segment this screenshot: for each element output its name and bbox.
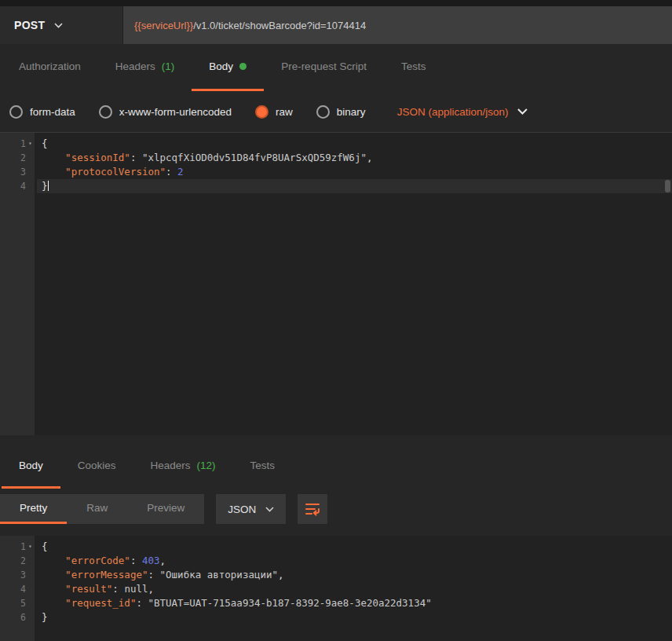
json-comma: ,	[278, 569, 284, 581]
content-type-label: JSON (application/json)	[397, 106, 509, 118]
radio-circle-icon	[316, 105, 330, 119]
fold-caret-icon[interactable]: ▾	[26, 137, 35, 151]
chevron-down-icon	[517, 108, 528, 115]
gutter: 2	[0, 151, 37, 165]
json-colon: :	[112, 583, 124, 595]
tab-label: Body	[209, 60, 233, 72]
code-line: 3 "errorMessage": "Ошибка авторизации",	[0, 568, 672, 582]
json-key: "sessionId"	[65, 152, 130, 163]
json-string: "Ошибка авторизации"	[160, 569, 279, 581]
tab-body[interactable]: Body	[192, 44, 264, 91]
method-selector[interactable]: POST	[0, 6, 123, 44]
tab-label: Authorization	[19, 60, 81, 72]
json-string: "BTUAT=UAT-715aa934-b187-8392-9ae8-3e20a…	[148, 597, 431, 609]
tab-label: Headers	[115, 60, 155, 72]
gutter: 1 ▾	[0, 137, 37, 151]
fold-caret-icon[interactable]: ▾	[26, 540, 35, 554]
line-number: 1	[20, 137, 26, 151]
wrap-lines-icon	[304, 502, 321, 516]
json-string: "xlpcqfXiOD0dv51D84fvP8UArSxQD59zfW6j"	[142, 152, 367, 163]
tab-response-headers[interactable]: Headers(12)	[133, 445, 233, 489]
code-text: "result": null,	[37, 582, 672, 596]
radio-binary[interactable]: binary	[316, 105, 366, 119]
request-tabs: Authorization Headers(1) Body Pre-reques…	[0, 44, 672, 91]
radio-form-data[interactable]: form-data	[9, 105, 75, 119]
code-line: 1 ▾ {	[0, 540, 672, 554]
response-tabs: Body Cookies Headers(12) Tests	[0, 445, 672, 489]
radio-raw[interactable]: raw	[255, 105, 293, 119]
url-input[interactable]: {{serviceUrl}}/v1.0/ticket/showBarcode?i…	[123, 6, 672, 44]
view-mode-segmented-control: Pretty Raw Preview	[0, 494, 204, 524]
json-key: "protocolVersion"	[65, 166, 166, 178]
gutter: 4	[0, 179, 37, 193]
json-colon: :	[166, 166, 177, 178]
code-line: 6 }	[0, 610, 672, 625]
response-body-editor[interactable]: 1 ▾ { 2 "errorCode": 403, 3 "errorMessag…	[0, 536, 672, 641]
radio-label: raw	[276, 106, 293, 118]
headers-count-badge: (1)	[162, 60, 175, 72]
json-colon: :	[136, 597, 148, 609]
tab-cookies[interactable]: Cookies	[60, 445, 133, 489]
tab-response-tests[interactable]: Tests	[233, 445, 293, 489]
tab-response-body[interactable]: Body	[2, 445, 60, 489]
line-number: 2	[20, 151, 26, 165]
json-key: "request_id"	[65, 597, 136, 609]
line-number: 3	[20, 165, 26, 179]
line-number: 1	[20, 540, 26, 554]
radio-circle-icon	[9, 105, 23, 119]
view-pretty-button[interactable]: Pretty	[0, 494, 67, 524]
chevron-down-icon	[54, 23, 63, 28]
code-line: 2 "errorCode": 403,	[0, 554, 672, 568]
request-body-editor[interactable]: 1 ▾ { 2 "sessionId": "xlpcqfXiOD0dv51D84…	[0, 133, 672, 435]
postman-app: POST {{serviceUrl}}/v1.0/ticket/showBarc…	[0, 0, 672, 641]
json-colon: :	[130, 152, 142, 163]
code-text: {	[37, 540, 672, 554]
format-label: JSON	[228, 504, 256, 515]
json-indent	[42, 555, 65, 566]
gutter: 6	[0, 610, 37, 625]
code-line: 4 "result": null,	[0, 582, 672, 596]
json-comma: ,	[160, 555, 166, 566]
response-format-selector[interactable]: JSON	[216, 494, 286, 524]
json-indent	[42, 569, 65, 581]
json-null: null	[124, 583, 148, 595]
radio-label: binary	[337, 106, 366, 118]
json-comma: ,	[148, 583, 155, 595]
radio-urlencoded[interactable]: x-www-form-urlencoded	[99, 105, 232, 119]
json-brace: }	[42, 180, 48, 192]
json-key: "errorMessage"	[65, 569, 148, 581]
tab-label: Tests	[401, 60, 426, 72]
tab-label: Body	[19, 460, 43, 471]
gutter: 2	[0, 554, 37, 568]
code-line: 3 "protocolVersion": 2	[0, 165, 672, 179]
json-indent	[42, 166, 65, 178]
body-filled-dot-icon	[239, 63, 247, 70]
code-text: "sessionId": "xlpcqfXiOD0dv51D84fvP8UArS…	[37, 151, 672, 165]
json-indent	[42, 152, 65, 163]
tab-prerequest-script[interactable]: Pre-request Script	[264, 44, 384, 91]
json-brace: }	[42, 611, 48, 623]
code-text: "protocolVersion": 2	[37, 165, 672, 179]
view-raw-button[interactable]: Raw	[67, 494, 127, 524]
radio-circle-icon	[99, 105, 112, 119]
tab-headers[interactable]: Headers(1)	[98, 44, 192, 91]
json-indent	[42, 583, 65, 595]
chevron-down-icon	[265, 507, 274, 512]
radio-selected-icon	[255, 105, 268, 119]
text-cursor	[48, 181, 49, 191]
json-indent	[42, 597, 65, 609]
content-type-selector[interactable]: JSON (application/json)	[397, 106, 528, 118]
tab-tests[interactable]: Tests	[384, 44, 444, 91]
json-colon: :	[148, 569, 159, 581]
code-text-active: }	[37, 179, 672, 193]
json-number: 403	[142, 555, 160, 566]
wrap-lines-button[interactable]	[298, 494, 327, 524]
tab-authorization[interactable]: Authorization	[2, 44, 98, 91]
scrollbar-thumb[interactable]	[665, 180, 670, 192]
body-mode-row: form-data x-www-form-urlencoded raw bina…	[0, 91, 672, 133]
view-preview-button[interactable]: Preview	[127, 494, 204, 524]
window-top-strip	[0, 0, 672, 6]
code-text: "errorCode": 403,	[37, 554, 672, 568]
line-number: 3	[20, 568, 26, 582]
headers-count-badge: (12)	[197, 460, 216, 471]
